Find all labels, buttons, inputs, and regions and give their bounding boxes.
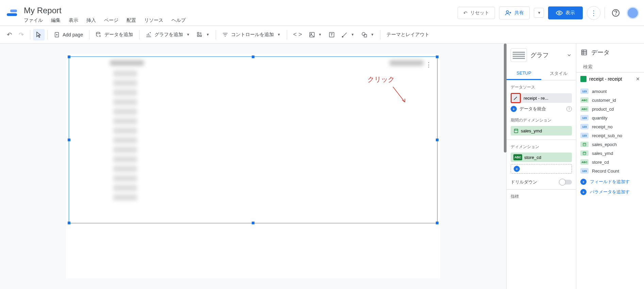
line-icon [342,32,348,38]
reset-label: リセット [470,10,489,16]
undo-button[interactable]: ↶ [3,29,15,41]
add-param-label: パラメータを追加す [590,189,630,195]
field-item[interactable]: ABCproduct_cd [576,105,644,113]
field-item[interactable]: ABCcustomer_id [576,96,644,105]
chevron-down-icon: ▼ [318,33,322,36]
add-data-label: データを追加 [104,32,133,38]
chart-more-button[interactable]: ⋮ [426,61,432,68]
chevron-down-icon: ▼ [351,33,354,36]
field-item[interactable]: ABCstore_cd [576,158,644,166]
annotation-click-label: クリック [367,75,395,84]
divider [605,7,605,18]
close-icon[interactable]: ✕ [636,76,640,82]
add-field-button[interactable]: + フィールドを追加す [576,177,644,187]
field-item[interactable]: 123quantity [576,113,644,122]
redo-icon: ↷ [19,31,24,38]
redo-button[interactable]: ↷ [15,29,27,41]
blend-label: データを統合 [519,106,546,112]
svg-rect-7 [197,35,199,36]
report-title[interactable]: My Report [24,6,458,15]
add-page-button[interactable]: Add page [50,30,86,40]
more-vertical-icon: ⋮ [590,9,597,17]
menu-insert[interactable]: 挿入 [86,17,96,23]
more-options-button[interactable]: ⋮ [587,6,600,20]
menu-arrange[interactable]: 配置 [127,17,136,23]
community-viz-button[interactable]: ▼ [193,30,213,40]
share-dropdown-button[interactable]: ▼ [534,8,544,18]
search-input[interactable] [583,64,643,69]
image-button[interactable]: ▼ [306,30,325,40]
add-control-label: コントロールを追加 [231,32,274,38]
field-item[interactable]: 123receipt_sub_no [576,131,644,140]
eye-icon [556,10,563,16]
menu-resource[interactable]: リソース [144,17,163,23]
chevron-down-icon [566,52,572,58]
field-item[interactable]: sales_ymd [576,149,644,158]
date-field-name: sales_ymd [521,128,542,133]
filter-icon [222,32,228,38]
user-avatar[interactable] [627,7,639,19]
data-source-section: データソース receipt - re... + データを統合 ? 期間のディメ… [507,80,576,140]
pencil-icon [513,95,518,101]
data-source-item[interactable]: receipt - receipt ✕ [576,73,644,85]
annotation-arrow-icon [391,85,408,106]
menu-file[interactable]: ファイル [24,17,43,23]
tab-style[interactable]: スタイル [541,67,576,80]
field-type-badge: ABC [580,106,589,112]
embed-button[interactable]: < > [290,29,306,40]
svg-point-13 [362,32,365,35]
field-type-badge [580,142,589,147]
field-type-badge: 123 [580,133,589,138]
add-dimension-button[interactable]: + [511,164,572,174]
scrollbar[interactable] [504,44,507,152]
svg-rect-15 [514,129,518,133]
shape-button[interactable]: ▼ [358,30,378,40]
field-item[interactable]: 123Record Count [576,166,644,175]
help-button[interactable] [609,6,623,20]
field-item[interactable]: 123receipt_no [576,122,644,131]
title-area: My Report ファイル 編集 表示 挿入 ページ 配置 リソース ヘルプ [24,6,458,23]
edit-data-source-button[interactable] [511,93,521,103]
dimension-field[interactable]: ABC store_cd [511,152,572,162]
field-item[interactable]: 123amount [576,87,644,96]
text-button[interactable] [325,30,338,40]
field-name: quantity [592,115,608,121]
database-icon [580,49,588,56]
drill-down-toggle[interactable] [560,180,572,184]
blend-data-button[interactable]: + データを統合 ? [511,106,572,112]
metric-label: 指標 [511,194,572,199]
add-parameter-button[interactable]: + パラメータを追加す [576,187,644,197]
main-content: ⋮ クリック グラフ SETUP [0,44,644,289]
menu-view[interactable]: 表示 [69,17,78,23]
reset-button[interactable]: ↶ リセット [458,7,495,19]
menu-help[interactable]: ヘルプ [171,17,186,23]
add-control-button[interactable]: コントロールを追加 ▼ [219,30,284,40]
field-name: customer_id [592,98,616,103]
sheets-icon [580,76,587,82]
line-button[interactable]: ▼ [338,30,358,40]
header-actions: ↶ リセット 共有 ▼ 表示 ⋮ [458,6,639,20]
add-data-button[interactable]: データを追加 [92,30,136,40]
select-tool-button[interactable] [33,29,45,41]
help-icon[interactable]: ? [566,106,572,112]
chart-selector[interactable]: グラフ [507,44,576,67]
svg-point-5 [96,32,100,34]
metric-section: 指標 [507,190,576,206]
dimension-section: ディメンション ABC store_cd + ドリルダウン [507,140,576,190]
field-type-badge [580,150,589,156]
data-source-chip[interactable]: receipt - re... [521,93,572,103]
report-canvas[interactable]: ⋮ [66,54,440,278]
menu-page[interactable]: ページ [104,17,118,23]
text-box-icon [329,32,335,38]
data-search[interactable] [576,61,644,73]
theme-button[interactable]: テーマとレイアウト [383,30,433,40]
date-dimension-field[interactable]: sales_ymd [511,126,572,135]
menu-edit[interactable]: 編集 [51,17,61,23]
tab-setup[interactable]: SETUP [507,67,541,80]
share-button[interactable]: 共有 [499,6,530,19]
data-studio-logo-icon [7,10,17,20]
canvas-area[interactable]: ⋮ [0,44,506,289]
field-item[interactable]: sales_epoch [576,140,644,149]
view-button[interactable]: 表示 [548,6,583,19]
add-chart-button[interactable]: グラフを追加 ▼ [142,30,193,40]
